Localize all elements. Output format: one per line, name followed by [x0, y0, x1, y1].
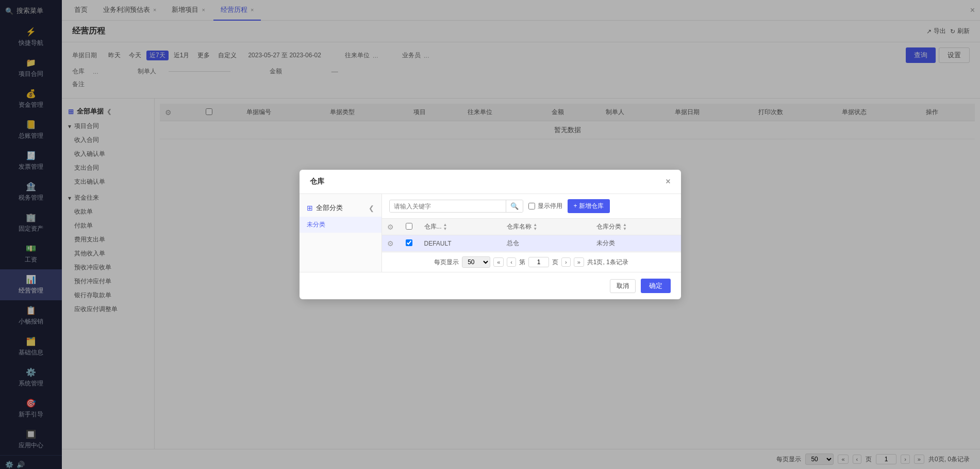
dialog-table: ⚙ 仓库... ▲▼ 仓库名称 — [382, 219, 681, 252]
dialog-first-page-btn[interactable]: « — [493, 257, 504, 267]
dialog-table-header-row: ⚙ 仓库... ▲▼ 仓库名称 — [382, 219, 681, 235]
warehouse-dialog: 仓库 × ⊞ 全部分类 ❮ 未分类 🔍 — [300, 170, 681, 299]
category-sort-header[interactable]: 仓库分类 ▲▼ — [596, 222, 676, 231]
grid-icon-dialog: ⊞ — [307, 204, 313, 212]
dialog-search-input[interactable] — [390, 201, 506, 212]
add-warehouse-button[interactable]: + 新增仓库 — [568, 199, 610, 213]
dth-category: 仓库分类 ▲▼ — [591, 219, 681, 235]
dialog-total-info: 共1页, 1条记录 — [587, 258, 628, 267]
dialog-next-page-btn[interactable]: › — [561, 257, 571, 267]
dialog-search-button[interactable]: 🔍 — [506, 200, 523, 212]
dialog-header: 仓库 × — [300, 170, 681, 194]
row-checkbox — [401, 235, 419, 252]
dialog-last-page-btn[interactable]: » — [574, 257, 584, 267]
dialog-page-size-select[interactable]: 50 100 — [462, 256, 490, 268]
row-code: DEFAULT — [419, 235, 502, 252]
dth-settings: ⚙ — [382, 219, 401, 235]
dialog-body: ⊞ 全部分类 ❮ 未分类 🔍 显示停用 — [300, 194, 681, 272]
row-settings: ⚙ — [382, 235, 401, 252]
dialog-page-suffix: 页 — [552, 258, 558, 267]
all-category-label: 全部分类 — [316, 203, 343, 213]
dialog-right-panel: 🔍 显示停用 + 新增仓库 ⚙ — [382, 194, 681, 272]
name-sort-header[interactable]: 仓库名称 ▲▼ — [507, 222, 586, 231]
show-disabled-label: 显示停用 — [528, 202, 562, 211]
dialog-table-area: ⚙ 仓库... ▲▼ 仓库名称 — [382, 219, 681, 252]
code-sort-arrows: ▲▼ — [443, 223, 447, 231]
dth-name: 仓库名称 ▲▼ — [502, 219, 591, 235]
row-checkbox-input[interactable] — [406, 239, 412, 246]
dialog-category-unclassified[interactable]: 未分类 — [300, 217, 381, 233]
collapse-icon[interactable]: ❮ — [369, 204, 374, 212]
dialog-footer: 取消 确定 — [300, 272, 681, 299]
dialog-page-label: 第 — [519, 258, 525, 267]
dialog-all-category[interactable]: ⊞ 全部分类 ❮ — [300, 199, 381, 217]
dialog-column-settings-icon[interactable]: ⚙ — [387, 223, 394, 231]
category-sort-arrows: ▲▼ — [623, 223, 627, 231]
dialog-close-button[interactable]: × — [666, 177, 670, 186]
dth-checkbox — [401, 219, 419, 235]
modal-overlay: 仓库 × ⊞ 全部分类 ❮ 未分类 🔍 — [0, 0, 980, 469]
dialog-page-input[interactable] — [528, 257, 549, 267]
dialog-select-all-checkbox[interactable] — [406, 223, 412, 230]
dialog-table-row[interactable]: ⚙ DEFAULT 总仓 未分类 — [382, 235, 681, 252]
row-settings-icon[interactable]: ⚙ — [387, 239, 394, 248]
dialog-toolbar: 🔍 显示停用 + 新增仓库 — [382, 194, 681, 219]
code-sort-header[interactable]: 仓库... ▲▼ — [424, 222, 497, 231]
dialog-page-size-label: 每页显示 — [434, 258, 459, 267]
show-disabled-checkbox[interactable] — [528, 203, 535, 209]
dialog-search-box: 🔍 — [389, 200, 523, 213]
name-sort-arrows: ▲▼ — [533, 223, 537, 231]
dialog-left-panel: ⊞ 全部分类 ❮ 未分类 — [300, 194, 382, 272]
dialog-confirm-button[interactable]: 确定 — [641, 279, 671, 293]
dialog-prev-page-btn[interactable]: ‹ — [507, 257, 516, 267]
dialog-cancel-button[interactable]: 取消 — [610, 279, 636, 293]
row-name: 总仓 — [502, 235, 591, 252]
dialog-title: 仓库 — [310, 177, 324, 186]
dialog-pagination: 每页显示 50 100 « ‹ 第 页 › » 共1页, 1条记录 — [382, 252, 681, 272]
row-category: 未分类 — [591, 235, 681, 252]
show-disabled-text: 显示停用 — [538, 202, 562, 211]
dth-code: 仓库... ▲▼ — [419, 219, 502, 235]
